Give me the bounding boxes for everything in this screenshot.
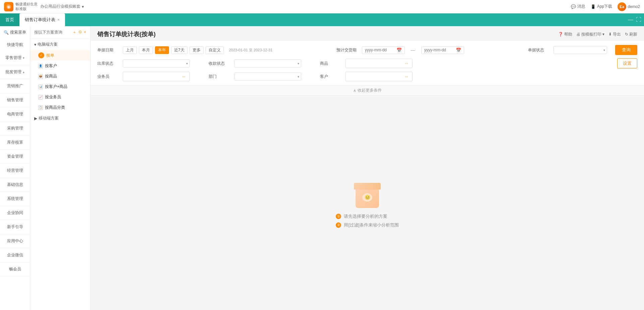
tab-sales-order-stat[interactable]: 销售订单统计表 × — [19, 13, 65, 26]
sidebar-search-label: 搜索菜单 — [10, 30, 26, 35]
app-download-button[interactable]: 📱 App下载 — [591, 4, 612, 9]
delivery-select[interactable] — [123, 59, 190, 67]
expected-date-to-field[interactable] — [424, 48, 454, 52]
sidebar-item-appstore[interactable]: 应用中心 — [0, 234, 30, 248]
main-content: 销售订单统计表(按单) ❓ 帮助 🖨 按模板打印 ▾ ⬇ 导出 — [91, 26, 644, 310]
scheme-item-label-by-goods: 按商品 — [45, 73, 57, 79]
refresh-button[interactable]: ↻ 刷新 — [625, 32, 637, 37]
delivery-select-wrap[interactable] — [123, 59, 190, 67]
delivery-label: 出库状态 — [97, 61, 117, 66]
goods-input[interactable]: ··· — [345, 59, 413, 68]
sidebar-item-finance[interactable]: 资金管理 — [0, 150, 30, 164]
svg-text:畅: 畅 — [7, 6, 10, 9]
scheme-add-icon[interactable]: ＋ — [72, 30, 76, 35]
scheme-item-by-category[interactable]: 📋 按商品分类 — [30, 102, 90, 113]
sidebar-item-label-enterprise: 企业协同 — [7, 210, 23, 216]
sidebar-item-wholesale[interactable]: 批发管理 ▴ — [0, 65, 30, 79]
scheme-customer-icon: 👤 — [38, 64, 43, 68]
wholesale-expand-icon: ▴ — [23, 70, 24, 74]
breadcrumb-chevron-icon: ▾ — [82, 4, 84, 9]
template-print-label: 按模板打印 — [581, 32, 601, 37]
salesman-more-icon[interactable]: ··· — [181, 73, 187, 80]
dept-select[interactable] — [234, 72, 301, 81]
sidebar-quick-nav[interactable]: 快捷导航 — [0, 39, 30, 51]
logo-line2: 标准版 — [15, 7, 38, 11]
calendar-from-icon[interactable]: 📅 — [396, 48, 402, 53]
breadcrumb[interactable]: 办公用品行业模拟账套 ▾ — [40, 4, 568, 9]
scheme-item-by-customer[interactable]: 👤 按客户 — [30, 61, 90, 71]
empty-state: 😐 ① 请先选择要分析的方案 ② 用[过滤]条件来缩小分析范围 — [91, 96, 644, 310]
payment-select[interactable] — [234, 59, 301, 67]
sidebar-item-label-operation: 经营管理 — [7, 168, 23, 173]
date-btn-custom[interactable]: 自定义 — [206, 46, 224, 54]
page-header: 销售订单统计表(按单) ❓ 帮助 🖨 按模板打印 ▾ ⬇ 导出 — [91, 26, 644, 41]
tab-home[interactable]: 首页 — [0, 13, 19, 26]
status-select-wrap[interactable] — [553, 46, 607, 54]
scheme-section-pc-label: 电脑端方案 — [38, 42, 58, 47]
setting-button[interactable]: 设置 — [617, 58, 637, 68]
status-select[interactable] — [553, 46, 607, 54]
sidebar-item-system[interactable]: 系统管理 — [0, 192, 30, 206]
sidebar-item-enterprise[interactable]: 企业协同 — [0, 206, 30, 220]
expected-date-to-input[interactable]: 📅 — [421, 46, 464, 54]
sidebar-item-label-basic: 基础信息 — [7, 182, 23, 188]
sidebar-item-retail[interactable]: 零售管理 ▾ — [0, 51, 30, 65]
sidebar-item-sales[interactable]: 销售管理 — [0, 93, 30, 107]
box-face: 😐 — [362, 193, 372, 202]
top-right-area: 💬 消息 📱 App下载 Ea demo2 — [571, 2, 640, 11]
customer-more-icon[interactable]: ··· — [404, 73, 410, 80]
date-btn-this-year[interactable]: 本年 — [155, 46, 169, 54]
help-label: 帮助 — [564, 32, 572, 37]
date-range-text: 2023-01-01 至 2023-12-31 — [229, 48, 273, 53]
expected-date-from-input[interactable]: 📅 — [362, 46, 405, 54]
sidebar-item-purchase[interactable]: 采购管理 — [0, 121, 30, 136]
scheme-item-by-order[interactable]: ✓ 按单 — [30, 50, 90, 61]
tip-num-2: ② — [336, 222, 341, 228]
template-print-button[interactable]: 🖨 按模板打印 ▾ — [576, 32, 604, 37]
dept-select-wrap[interactable] — [234, 72, 301, 81]
user-profile[interactable]: Ea demo2 — [618, 2, 640, 11]
sidebar-item-label-sales: 销售管理 — [7, 97, 23, 103]
collapse-bar[interactable]: ∧ 收起更多条件 — [91, 86, 644, 96]
help-button[interactable]: ❓ 帮助 — [558, 32, 572, 37]
date-btn-this-month[interactable]: 本月 — [139, 46, 153, 54]
sidebar-item-operation[interactable]: 经营管理 — [0, 164, 30, 178]
chevron-right-icon: ▶ — [34, 116, 37, 121]
sidebar-quick-nav-label: 快捷导航 — [7, 42, 23, 48]
expected-date-from-field[interactable] — [365, 48, 395, 52]
scheme-section-pc[interactable]: ▾ 电脑端方案 — [30, 39, 90, 50]
scheme-item-by-goods[interactable]: 📦 按商品 — [30, 71, 90, 82]
sidebar-item-basic[interactable]: 基础信息 — [0, 178, 30, 192]
export-button[interactable]: ⬇ 导出 — [608, 32, 621, 37]
sidebar-item-wechat[interactable]: 企业微信 — [0, 248, 30, 262]
scheme-item-label-by-salesman: 按业务员 — [45, 94, 61, 100]
message-button[interactable]: 💬 消息 — [571, 4, 585, 9]
calendar-to-icon[interactable]: 📅 — [456, 48, 461, 53]
scheme-section-mobile[interactable]: ▶ 移动端方案 — [30, 113, 90, 124]
scheme-item-by-salesman[interactable]: 📈 按业务员 — [30, 92, 90, 102]
sidebar-search[interactable]: 🔍 搜索菜单 — [0, 26, 30, 39]
tab-close-icon[interactable]: × — [57, 17, 60, 22]
tab-minimize-icon[interactable]: — — [628, 17, 633, 23]
query-button[interactable]: 查询 — [615, 45, 637, 55]
print-icon: 🖨 — [576, 32, 580, 37]
salesman-input[interactable]: ··· — [123, 72, 190, 81]
scheme-edit-icon[interactable]: ⊙ — [78, 30, 82, 35]
tab-maximize-icon[interactable]: ⛶ — [636, 17, 641, 23]
sidebar-item-inventory[interactable]: 库存核算 — [0, 136, 30, 150]
sidebar-item-member[interactable]: 畅会员 — [0, 262, 30, 276]
scheme-item-by-customer-goods[interactable]: 📊 按客户+商品 — [30, 82, 90, 92]
date-btn-more[interactable]: 更多 — [190, 46, 204, 54]
payment-select-wrap[interactable] — [234, 59, 301, 67]
scheme-collapse-icon[interactable]: « — [84, 30, 86, 35]
date-btn-prev-month[interactable]: 上月 — [123, 46, 137, 54]
sidebar-item-marketing[interactable]: 营销推广 — [0, 79, 30, 93]
sidebar-item-newbie[interactable]: 新手引导 — [0, 220, 30, 234]
goods-more-icon[interactable]: ··· — [404, 60, 410, 66]
sidebar-item-ecommerce[interactable]: 电商管理 — [0, 107, 30, 121]
sidebar-item-label-member: 畅会员 — [9, 266, 21, 272]
customer-input[interactable]: ··· — [345, 72, 413, 81]
date-btn-7days[interactable]: 近7天 — [171, 46, 187, 54]
app-label: App下载 — [597, 4, 612, 9]
empty-illustration: 😐 — [351, 178, 384, 208]
